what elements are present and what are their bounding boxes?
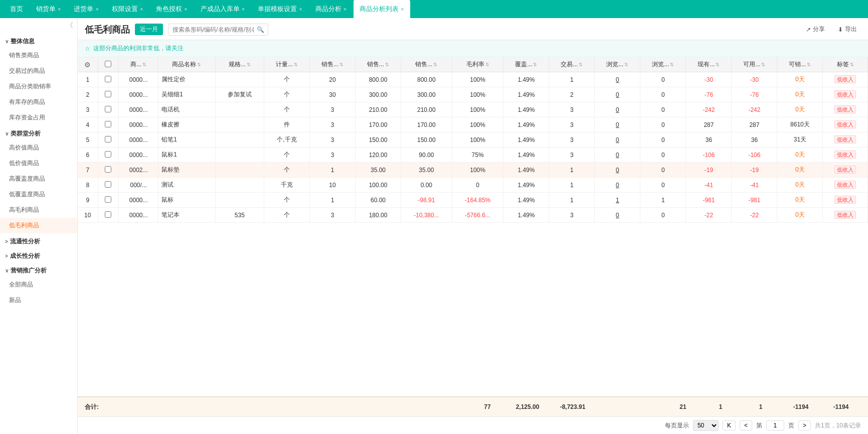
- nav-close-icon[interactable]: ×: [299, 6, 302, 12]
- col-browse2[interactable]: 浏览... ⇅: [640, 57, 686, 72]
- row-browse1[interactable]: 0: [595, 117, 640, 132]
- row-checkbox-input[interactable]: [105, 181, 111, 188]
- row-checkbox-input[interactable]: [105, 106, 111, 112]
- col-sale-amt[interactable]: 销售... ⇅: [356, 57, 401, 72]
- row-checkbox[interactable]: [98, 163, 119, 178]
- col-available[interactable]: 可用... ⇅: [732, 57, 777, 72]
- settings-icon[interactable]: ⚙: [84, 61, 91, 69]
- col-coverage[interactable]: 覆盖... ⇅: [503, 57, 549, 72]
- nav-item-商品分析列表[interactable]: 商品分析列表 ×: [354, 0, 410, 18]
- page-input[interactable]: [766, 420, 784, 430]
- row-browse1[interactable]: 0: [595, 102, 640, 117]
- row-browse1[interactable]: 0: [595, 163, 640, 178]
- sidebar-item-库存资金占用[interactable]: 库存资金占用: [0, 110, 77, 125]
- row-browse1[interactable]: 0: [595, 87, 640, 102]
- row-browse1[interactable]: 0: [595, 132, 640, 148]
- prev-page-btn[interactable]: <: [740, 420, 752, 430]
- sidebar-item-高价值商品[interactable]: 高价值商品: [0, 140, 77, 156]
- sidebar-group-类群堂分析[interactable]: ∨ 类群堂分析: [0, 125, 77, 140]
- row-checkbox[interactable]: [98, 87, 119, 102]
- row-checkbox[interactable]: [98, 117, 119, 132]
- col-current[interactable]: 现有... ⇅: [686, 57, 732, 72]
- sidebar-group-成长性分析[interactable]: > 成长性分析: [0, 248, 77, 262]
- nav-item-进货单[interactable]: 进货单 ×: [68, 0, 104, 18]
- total-available: -1194: [821, 403, 861, 410]
- nav-item-产成品入库单[interactable]: 产成品入库单 ×: [195, 0, 251, 18]
- row-checkbox-input[interactable]: [105, 121, 111, 127]
- nav-close-icon[interactable]: ×: [140, 6, 143, 12]
- nav-close-icon[interactable]: ×: [184, 6, 187, 12]
- row-browse1[interactable]: 1: [595, 193, 640, 208]
- row-code: 0000...: [119, 87, 158, 102]
- nav-item-销货单[interactable]: 销货单 ×: [30, 0, 67, 18]
- page-size-select[interactable]: 50 20 100: [693, 420, 719, 431]
- row-checkbox-input[interactable]: [105, 166, 111, 173]
- col-code[interactable]: 商... ⇅: [119, 57, 158, 72]
- sidebar-group-整体信息[interactable]: ∨ 整体信息: [0, 33, 77, 48]
- nav-close-icon[interactable]: ×: [242, 6, 245, 12]
- nav-close-icon[interactable]: ×: [95, 6, 98, 12]
- row-checkbox-input[interactable]: [105, 91, 111, 97]
- row-checkbox-input[interactable]: [105, 151, 111, 158]
- nav-close-icon[interactable]: ×: [401, 6, 404, 12]
- sidebar-item-新品[interactable]: 新品: [0, 293, 77, 308]
- nav-item-商品分析[interactable]: 商品分析 ×: [309, 0, 353, 18]
- nav-close-icon[interactable]: ×: [58, 6, 61, 12]
- col-unit[interactable]: 计量... ⇅: [264, 57, 310, 72]
- row-browse1[interactable]: 0: [595, 178, 640, 193]
- col-browse1[interactable]: 浏览... ⇅: [595, 57, 640, 72]
- time-filter-btn[interactable]: 近一月: [135, 24, 163, 35]
- row-checkbox[interactable]: [98, 148, 119, 163]
- col-name[interactable]: 商品名称 ⇅: [158, 57, 215, 72]
- row-browse1[interactable]: 0: [595, 208, 640, 223]
- sidebar-item-高毛利商品[interactable]: 高毛利商品: [0, 202, 77, 218]
- sidebar-group-流通性分析[interactable]: > 流通性分析: [0, 233, 77, 248]
- nav-item-单据模板设置[interactable]: 单据模板设置 ×: [252, 0, 308, 18]
- row-checkbox-input[interactable]: [105, 136, 111, 142]
- row-checkbox[interactable]: [98, 132, 119, 148]
- row-checkbox[interactable]: [98, 193, 119, 208]
- row-gross-rate: 100%: [452, 102, 503, 117]
- sidebar-item-高覆盖度商品[interactable]: 高覆盖度商品: [0, 171, 77, 187]
- sidebar-collapse-btn[interactable]: 《: [0, 18, 77, 33]
- row-checkbox-input[interactable]: [105, 76, 111, 82]
- search-wrap: 🔍: [168, 24, 268, 36]
- col-trade[interactable]: 交易... ⇅: [549, 57, 595, 72]
- row-browse1[interactable]: 0: [595, 72, 640, 87]
- row-spec: [215, 102, 264, 117]
- search-input[interactable]: [168, 24, 268, 36]
- row-sale-qty: 10: [310, 178, 356, 193]
- sidebar-item-低价值商品[interactable]: 低价值商品: [0, 156, 77, 171]
- nav-item-首页[interactable]: 首页: [4, 0, 29, 18]
- sidebar-item-商品分类助销率[interactable]: 商品分类助销率: [0, 79, 77, 94]
- col-spec[interactable]: 规格... ⇅: [215, 57, 264, 72]
- sidebar-item-低毛利商品[interactable]: 低毛利商品: [0, 218, 77, 233]
- col-gross-rate[interactable]: 毛利率 ⇅: [452, 57, 503, 72]
- sidebar-item-有库存的商品[interactable]: 有库存的商品: [0, 94, 77, 110]
- sidebar-item-交易过的商品[interactable]: 交易过的商品: [0, 63, 77, 79]
- row-checkbox[interactable]: [98, 72, 119, 87]
- row-browse1[interactable]: 0: [595, 148, 640, 163]
- nav-item-角色授权[interactable]: 角色授权 ×: [150, 0, 193, 18]
- row-checkbox[interactable]: [98, 178, 119, 193]
- sidebar-item-销售类商品[interactable]: 销售类商品: [0, 48, 77, 63]
- share-button[interactable]: ↗ 分享: [802, 23, 829, 36]
- nav-item-权限设置[interactable]: 权限设置 ×: [106, 0, 149, 18]
- col-sale-profit[interactable]: 销售... ⇅: [401, 57, 452, 72]
- sidebar-item-低覆盖度商品[interactable]: 低覆盖度商品: [0, 187, 77, 202]
- row-checkbox-input[interactable]: [105, 196, 111, 203]
- row-checkbox-input[interactable]: [105, 211, 111, 218]
- export-button[interactable]: ⬇ 导出: [834, 23, 861, 36]
- sidebar-item-全部商品[interactable]: 全部商品: [0, 277, 77, 293]
- first-page-btn[interactable]: K: [723, 420, 736, 430]
- row-checkbox[interactable]: [98, 102, 119, 117]
- col-tag[interactable]: 标签 ⇅: [823, 57, 868, 72]
- row-checkbox[interactable]: [98, 208, 119, 223]
- col-sale-qty[interactable]: 销售... ⇅: [310, 57, 356, 72]
- row-spec: [215, 178, 264, 193]
- nav-close-icon[interactable]: ×: [343, 6, 346, 12]
- select-all-checkbox[interactable]: [105, 61, 111, 67]
- next-page-btn[interactable]: >: [798, 420, 811, 430]
- col-saleable[interactable]: 可销... ⇅: [777, 57, 823, 72]
- sidebar-group-营销推广分析[interactable]: ∨ 营销推广分析: [0, 262, 77, 277]
